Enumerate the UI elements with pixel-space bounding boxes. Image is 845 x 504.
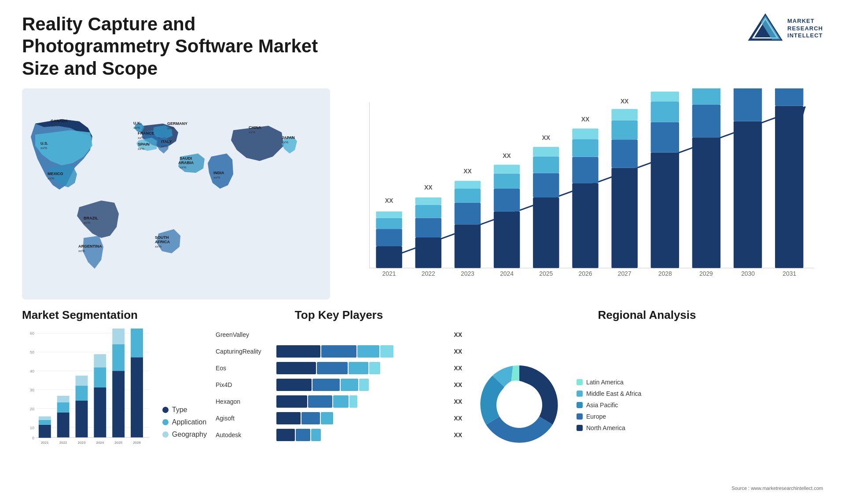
svg-text:10: 10	[30, 426, 34, 430]
regional-section: Regional Analysis	[471, 308, 823, 491]
bottom-row: Market Segmentation 60 50 40 30 20	[22, 308, 823, 491]
svg-rect-79	[611, 109, 637, 121]
player-hexagon: Hexagon XX	[216, 395, 462, 408]
svg-text:FRANCE: FRANCE	[138, 131, 154, 135]
player-pix4d: Pix4D XX	[216, 379, 462, 391]
svg-rect-124	[57, 413, 70, 438]
bar-seg1	[276, 362, 316, 374]
svg-text:CHINA: CHINA	[249, 125, 261, 130]
svg-text:2023: 2023	[78, 441, 86, 445]
svg-rect-141	[131, 329, 143, 357]
bar-seg4	[349, 395, 357, 408]
svg-rect-95	[734, 88, 762, 121]
svg-rect-66	[533, 157, 559, 173]
bar-seg1	[276, 395, 307, 408]
svg-rect-55	[455, 181, 481, 189]
svg-text:xx%: xx%	[249, 130, 255, 134]
source-text: Source : www.marketresearchintellect.com	[471, 486, 823, 491]
svg-text:2021: 2021	[382, 270, 396, 277]
svg-text:2026: 2026	[133, 441, 141, 445]
svg-point-144	[496, 382, 542, 428]
svg-text:2022: 2022	[59, 441, 67, 445]
latin-america-label: Latin America	[586, 379, 624, 386]
player-bar	[276, 362, 448, 374]
application-label: Application	[172, 418, 206, 426]
player-name: GreenValley	[216, 331, 273, 338]
svg-rect-82	[651, 153, 679, 268]
svg-rect-60	[494, 174, 520, 189]
svg-rect-42	[376, 218, 402, 229]
svg-text:xx%: xx%	[48, 176, 54, 180]
svg-text:2021: 2021	[41, 441, 49, 445]
legend-application: Application	[162, 418, 207, 426]
svg-rect-126	[57, 396, 70, 402]
svg-text:50: 50	[30, 350, 34, 354]
player-name: Eos	[216, 365, 273, 372]
svg-rect-140	[131, 357, 143, 437]
svg-text:AFRICA: AFRICA	[155, 240, 170, 244]
player-value: XX	[454, 381, 462, 388]
segmentation-title: Market Segmentation	[22, 308, 207, 322]
svg-rect-129	[76, 386, 88, 401]
latin-america-dot	[577, 379, 583, 385]
svg-rect-43	[376, 212, 402, 218]
world-map: CANADA xx% U.S. xx% MEXICO xx% BRAZIL xx…	[22, 88, 330, 299]
svg-text:GERMANY: GERMANY	[167, 121, 187, 126]
regional-content: Latin America Middle East & Africa Asia …	[471, 326, 823, 483]
svg-rect-41	[376, 229, 402, 246]
header: Reality Capture and Photogrammetry Softw…	[22, 13, 823, 80]
player-capturingreality: CapturingReality XX	[216, 345, 462, 358]
svg-text:SOUTH: SOUTH	[155, 235, 169, 240]
svg-rect-138	[112, 329, 125, 344]
bar-seg3	[341, 379, 358, 391]
middle-east-africa-dot	[577, 391, 583, 397]
svg-rect-46	[415, 237, 441, 268]
svg-text:xx%: xx%	[180, 165, 186, 169]
bar-seg2	[296, 429, 310, 441]
player-value: XX	[454, 348, 462, 355]
svg-rect-132	[94, 387, 106, 438]
svg-rect-90	[692, 88, 720, 105]
svg-rect-100	[775, 106, 803, 268]
svg-text:xx%: xx%	[138, 136, 144, 140]
svg-text:xx%: xx%	[84, 221, 90, 225]
svg-text:xx%: xx%	[133, 126, 140, 130]
donut-chart	[471, 357, 568, 453]
svg-text:xx%: xx%	[213, 175, 220, 179]
svg-rect-78	[611, 121, 637, 140]
svg-rect-70	[572, 183, 598, 268]
svg-rect-130	[76, 376, 88, 386]
bar-seg4	[380, 345, 393, 358]
bar-2027	[611, 109, 637, 268]
svg-text:XX: XX	[581, 116, 590, 123]
svg-text:2027: 2027	[618, 270, 632, 277]
north-america-label: North America	[586, 424, 625, 431]
geography-label: Geography	[172, 431, 207, 438]
asia-pacific-label: Asia Pacific	[586, 402, 618, 409]
svg-rect-85	[651, 91, 679, 102]
bar-seg2	[308, 395, 332, 408]
svg-text:XX: XX	[503, 152, 511, 159]
svg-text:2024: 2024	[96, 441, 104, 445]
asia-pacific-dot	[577, 402, 583, 408]
regional-legend: Latin America Middle East & Africa Asia …	[577, 379, 641, 431]
bar-2026	[572, 129, 598, 268]
player-bar	[276, 429, 448, 441]
svg-text:xx%: xx%	[161, 144, 168, 148]
svg-text:2028: 2028	[658, 270, 672, 277]
svg-rect-40	[376, 246, 402, 268]
bar-2025	[533, 147, 559, 268]
page-title: Reality Capture and Photogrammetry Softw…	[22, 13, 330, 80]
legend-north-america: North America	[577, 424, 641, 431]
logo-text: MARKET RESEARCH INTELLECT	[787, 18, 823, 40]
player-eos: Eos XX	[216, 362, 462, 374]
bar-seg1	[276, 379, 312, 391]
svg-text:CANADA: CANADA	[51, 119, 68, 123]
players-section: Top Key Players GreenValley XX Capturing…	[216, 308, 462, 491]
svg-text:XX: XX	[542, 134, 551, 141]
svg-rect-133	[94, 367, 106, 387]
svg-rect-71	[572, 157, 598, 183]
geography-dot	[162, 431, 169, 438]
svg-text:U.S.: U.S.	[40, 141, 48, 146]
svg-rect-120	[39, 425, 51, 438]
